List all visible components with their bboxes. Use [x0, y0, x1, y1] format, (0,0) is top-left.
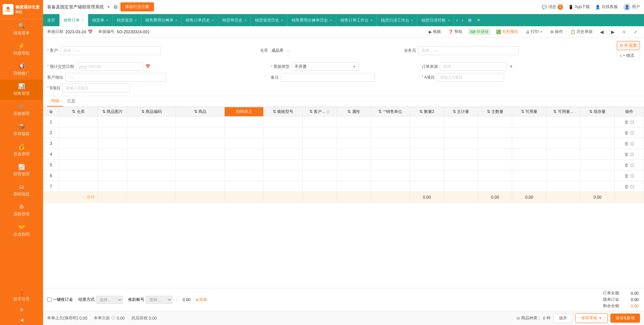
sidebar-item-finance[interactable]: 💰 资金管理 — [0, 140, 43, 160]
tab-close-2[interactable]: × — [106, 18, 108, 22]
current-debt-info[interactable]: ⓘ — [111, 315, 115, 321]
row-1-product[interactable] — [176, 117, 225, 127]
form-nav-prev-btn[interactable]: ◀ — [598, 29, 606, 35]
row-3-code[interactable] — [127, 138, 176, 149]
customer-input[interactable]: 选择... ··· — [60, 46, 161, 55]
save-new-btn[interactable]: 保存&新增 — [610, 314, 640, 323]
col-customer-code[interactable]: ⇅ 客户... ⓘ — [303, 107, 337, 117]
tab-close-8[interactable]: × — [330, 18, 332, 22]
product-count-icon[interactable]: ⊙ — [517, 316, 520, 321]
tab-return-history[interactable]: 销货退货历史 × — [251, 14, 288, 26]
sidebar-item-operations[interactable]: 📈 经营管理 — [0, 160, 43, 180]
row-3-main-qty[interactable] — [478, 138, 512, 149]
row-1-unit[interactable] — [371, 117, 410, 127]
row-5-delete-icon[interactable]: 🗑 — [624, 162, 629, 168]
row-1-warehouse[interactable] — [59, 117, 98, 127]
date-value[interactable]: 2023-03-24 — [65, 30, 86, 34]
order-source-dropdown-icon[interactable]: ▼ — [509, 64, 513, 69]
sidebar-item-system[interactable]: ⚙ 系统管理 — [0, 200, 43, 220]
auto-checkout-checkbox[interactable]: 一键收订金 — [47, 297, 73, 302]
col-scan[interactable]: 扫码录入 — [225, 107, 264, 117]
col-avail[interactable]: ⇅ 可用量 — [512, 107, 546, 117]
row-1-avail2[interactable] — [546, 117, 580, 127]
row-2-avail2[interactable] — [546, 127, 580, 138]
col-spec[interactable]: ⇅ 规格型号 — [264, 107, 303, 117]
tab-sales-return[interactable]: 销货退货 × — [113, 14, 141, 26]
col-main-qty[interactable]: ⇅ 主数量 — [478, 107, 512, 117]
row-3-scan[interactable] — [225, 138, 264, 149]
address-dots[interactable]: ··· — [70, 75, 74, 80]
tab-close-4[interactable]: × — [176, 18, 178, 22]
print-tool-btn[interactable]: 🖨 打印 ▼ — [524, 28, 545, 35]
discard-btn[interactable]: 放弃 — [553, 313, 573, 323]
sidebar-item-marketing[interactable]: 📢 营销推广 — [0, 59, 43, 80]
messages-btn[interactable]: 💬 消息 9 — [542, 4, 563, 10]
sidebar-item-inventory[interactable]: 📦 库存核算 — [0, 120, 43, 140]
b-project-input[interactable]: 请输入B项目 — [63, 84, 130, 92]
col-warehouse[interactable]: ⇅ 仓库 — [59, 107, 98, 117]
tab-close-5[interactable]: × — [212, 18, 214, 22]
sidebar-item-guide[interactable]: ❓ 新手引导 — [0, 288, 43, 305]
auto-checkout-input[interactable] — [47, 297, 51, 302]
calendar-icon[interactable]: 📅 — [88, 30, 93, 34]
sidebar-item-sales[interactable]: 📊 销售管理 — [0, 80, 43, 100]
sidebar-item-search[interactable]: 🔍 搜索菜单 — [0, 19, 43, 39]
shortcut-tool-btn[interactable]: ⌨ 快捷键 — [468, 28, 491, 35]
tab-close-6[interactable]: × — [244, 18, 247, 22]
tab-workbench[interactable]: 销售订单工作台 × — [336, 14, 377, 26]
tab-sales-invoice[interactable]: 销货单 × — [88, 14, 113, 26]
row-4-delete-icon[interactable]: 🗑 — [624, 152, 629, 157]
row-3-warehouse[interactable] — [59, 138, 98, 149]
row-3-qty2[interactable] — [410, 138, 444, 149]
tab-daily-workbench[interactable]: 钱货日清工作台 × — [377, 14, 418, 26]
account-select[interactable]: 选择... — [146, 296, 173, 304]
ticket-type-select[interactable]: 不开票 ▼ — [292, 62, 359, 71]
row-1-delete-icon[interactable]: 🗑 — [624, 119, 629, 125]
save-draft-btn[interactable]: 保存草稿 ▼ — [575, 313, 608, 323]
solution-btn[interactable]: 体验行业方案 — [120, 2, 154, 11]
horizontal-scrollbar[interactable] — [43, 284, 644, 288]
profit-tool-btn[interactable]: 💹 毛利预估 — [494, 28, 520, 35]
a-project-input[interactable]: 请输入A项目 — [437, 73, 504, 82]
delivery-input[interactable]: yyyy-mm-dd — [76, 62, 143, 71]
col-avail2[interactable]: ⇅ 可用量... — [546, 107, 580, 117]
sidebar-item-basic[interactable]: 🗂 基础信息 — [0, 180, 43, 200]
row-6-delete-icon[interactable]: 🗑 — [624, 173, 629, 178]
logistics-btn[interactable]: + + 物流 — [617, 51, 640, 60]
row-1-spec[interactable] — [264, 117, 303, 127]
delivery-calendar-icon[interactable]: 📅 — [145, 64, 150, 69]
row-2-qty2[interactable] — [410, 127, 444, 138]
row-5-copy-icon[interactable]: ⊡ — [630, 162, 634, 168]
row-2-spec[interactable] — [264, 127, 303, 138]
tab-close-10[interactable]: × — [411, 18, 413, 22]
row-1-avail[interactable] — [512, 117, 546, 127]
row-3-attr[interactable] — [337, 138, 371, 149]
tab-daily-reconcile[interactable]: 钱货日清对账 × — [417, 14, 454, 26]
tab-expense-split[interactable]: 销售费用分摊单 × — [141, 14, 182, 26]
row-1-attr[interactable] — [337, 117, 371, 127]
warehouse-dots[interactable]: ··· — [287, 48, 291, 53]
tab-close-7[interactable]: × — [281, 18, 283, 22]
row-1-qty2[interactable] — [410, 117, 444, 127]
col-stock[interactable]: ⇅ 现存量 — [580, 107, 614, 117]
tab-prev-btn[interactable]: ‹ — [454, 14, 460, 26]
sidebar-item-enterprise[interactable]: 🤝 企业协同 — [0, 220, 43, 241]
system-title-dropdown[interactable]: ▼ — [107, 5, 111, 9]
row-3-customer[interactable] — [303, 138, 337, 149]
tab-close-9[interactable]: × — [371, 18, 373, 22]
row-3-copy-icon[interactable]: ⊡ — [630, 141, 634, 146]
row-4-warehouse[interactable] — [59, 149, 98, 160]
row-2-code[interactable] — [127, 127, 176, 138]
col-code[interactable]: ⇅ 商品编码 — [127, 107, 176, 117]
app-download-btn[interactable]: 📱 App下载 — [568, 4, 590, 10]
row-3-main-unit[interactable] — [444, 138, 478, 149]
tab-close-all-btn[interactable]: ✕ — [474, 14, 483, 26]
salesperson-input[interactable]: 选择... ··· — [418, 46, 519, 55]
tab-close-11[interactable]: × — [448, 18, 450, 22]
view-tool-btn[interactable]: ▶ 视频 — [427, 28, 443, 35]
row-1-main-unit[interactable] — [444, 117, 478, 127]
sidebar-collapse-btn[interactable]: ◀ — [0, 315, 43, 325]
help-tool-btn[interactable]: ❓ 帮助 — [446, 28, 464, 35]
row-2-unit[interactable] — [371, 127, 410, 138]
row-3-product[interactable] — [176, 138, 225, 149]
